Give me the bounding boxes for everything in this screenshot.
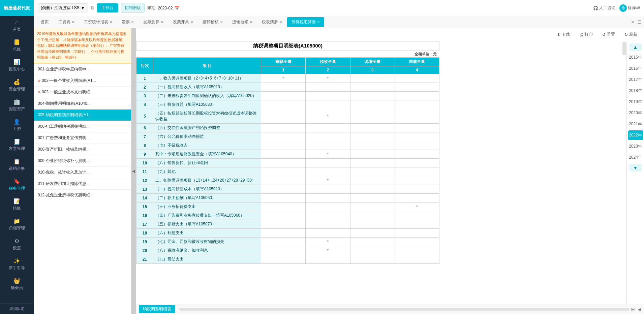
cell-c4[interactable] bbox=[395, 109, 439, 124]
tab-payroll-close[interactable]: ✕ bbox=[72, 20, 74, 24]
year-2021[interactable]: 2021年 bbox=[628, 119, 643, 129]
cell-c3[interactable] bbox=[350, 109, 395, 124]
service-button[interactable]: 🎧 人工咨询 bbox=[593, 5, 615, 11]
cell-c2[interactable]: * bbox=[306, 246, 350, 255]
tab-payroll-stats[interactable]: 工资统计报表 ✕ bbox=[80, 17, 117, 27]
year-2017[interactable]: 2017年 bbox=[628, 75, 643, 85]
cell-c3[interactable] bbox=[350, 124, 395, 132]
grid-icon[interactable]: ⊞ bbox=[631, 307, 635, 312]
tab-check[interactable]: 进销稽核 ✕ bbox=[198, 17, 227, 27]
cell-c1[interactable] bbox=[261, 83, 306, 92]
tab-ledger-close[interactable]: ✕ bbox=[250, 20, 252, 24]
print-button[interactable]: 🖨 打印 bbox=[577, 30, 595, 39]
refresh-button[interactable]: ↻ 刷新 bbox=[622, 30, 640, 39]
menu-icon[interactable]: ☰ bbox=[637, 20, 641, 25]
cell-c3[interactable] bbox=[350, 220, 395, 229]
cell-c4[interactable] bbox=[395, 124, 439, 132]
tab-payroll-stats-close[interactable]: ✕ bbox=[110, 20, 112, 24]
cell-item[interactable]: （七）罚金、罚款和被没收财物的损失 bbox=[153, 238, 261, 246]
cell-c1[interactable] bbox=[261, 220, 306, 229]
cell-c4[interactable] bbox=[395, 74, 439, 83]
cell-c3[interactable] bbox=[350, 238, 395, 246]
cell-c3[interactable] bbox=[350, 141, 395, 150]
sidebar-item-settings[interactable]: ⚙ 设置 bbox=[0, 234, 34, 254]
cell-c1[interactable] bbox=[261, 92, 306, 100]
tab-tax-list[interactable]: 税表清册 ✕ bbox=[257, 17, 286, 27]
cell-c2[interactable]: * bbox=[306, 150, 350, 159]
sidebar-item-invoice[interactable]: 🧾 发票管理 bbox=[0, 135, 34, 155]
cell-c3[interactable] bbox=[350, 92, 395, 100]
cell-c3[interactable] bbox=[350, 150, 395, 159]
year-2020[interactable]: 2020年 bbox=[628, 108, 643, 118]
cell-c4[interactable] bbox=[395, 92, 439, 100]
cell-c2[interactable] bbox=[306, 100, 350, 109]
cell-c1[interactable] bbox=[261, 202, 306, 211]
cell-c3[interactable] bbox=[350, 211, 395, 220]
year-scroll-up[interactable]: ▲ bbox=[630, 43, 642, 51]
cell-c4[interactable] bbox=[395, 176, 439, 185]
menu-item-012[interactable]: 012-减免企业所得税优惠明细... bbox=[34, 190, 131, 201]
tab-payroll[interactable]: 工资表 ✕ bbox=[54, 17, 79, 27]
cell-c2[interactable] bbox=[306, 124, 350, 132]
menu-item-005[interactable]: 005-纳税调整项目明细表(A1... bbox=[34, 109, 131, 121]
sidebar-item-member[interactable]: 👑 畅会员 bbox=[0, 274, 34, 294]
year-2016[interactable]: 2016年 bbox=[628, 64, 643, 73]
year-2022[interactable]: 2022年 bbox=[628, 130, 643, 140]
year-2019[interactable]: 2019年 bbox=[628, 97, 643, 107]
cell-item[interactable]: （一）视同销售成本（填写A105010） bbox=[153, 185, 261, 194]
cell-c1[interactable] bbox=[261, 211, 306, 220]
cell-item[interactable]: （八）销售折扣、折让和退回 bbox=[153, 159, 261, 167]
cell-c2[interactable]: * bbox=[306, 238, 350, 246]
cell-c3[interactable] bbox=[350, 202, 395, 211]
year-2024[interactable]: 2024年 bbox=[628, 153, 643, 162]
cell-c4[interactable] bbox=[395, 211, 439, 220]
cell-c3[interactable] bbox=[350, 100, 395, 109]
sidebar-item-archive[interactable]: 📁 归档管理 bbox=[0, 215, 34, 234]
cell-c3[interactable] bbox=[350, 185, 395, 194]
cell-item[interactable]: （六）公允价值变动净损益 bbox=[153, 132, 261, 141]
cell-c4[interactable] bbox=[395, 246, 439, 255]
menu-item-010[interactable]: 010-免税、减计收入及加计... bbox=[34, 167, 131, 178]
sidebar-item-tax[interactable]: 🔖 税务管理 bbox=[0, 175, 34, 195]
cell-c4[interactable] bbox=[395, 141, 439, 150]
cell-c1[interactable] bbox=[261, 176, 306, 185]
cell-c1[interactable] bbox=[261, 159, 306, 167]
cell-c1[interactable] bbox=[261, 255, 306, 264]
cell-c1[interactable] bbox=[261, 185, 306, 194]
company-selector[interactable]: (勿删）江西股室-LSS ▼ bbox=[38, 3, 88, 12]
tab-income-tax[interactable]: 所得税汇算缴 ✕ bbox=[287, 17, 324, 27]
cell-c2[interactable] bbox=[306, 220, 350, 229]
download-button[interactable]: ⬇ 下载 bbox=[554, 30, 573, 39]
workbench-button[interactable]: 工作台 bbox=[97, 3, 118, 12]
tab-invoice-open-close[interactable]: ✕ bbox=[190, 20, 193, 24]
scroll-left-icon[interactable]: ◀ bbox=[638, 307, 641, 312]
cell-c2[interactable] bbox=[306, 229, 350, 238]
menu-item-007[interactable]: 007-广告费和业务宣传费明... bbox=[34, 132, 131, 144]
cell-c4[interactable] bbox=[395, 229, 439, 238]
cell-c2[interactable] bbox=[306, 194, 350, 202]
cell-c4[interactable] bbox=[395, 150, 439, 159]
cell-c4[interactable] bbox=[395, 159, 439, 167]
collapse-panel-button[interactable]: ◀ bbox=[131, 28, 136, 314]
year-scroll-down[interactable]: ▼ bbox=[630, 164, 642, 171]
cell-c1[interactable] bbox=[261, 124, 306, 132]
sidebar-item-assets[interactable]: 🏢 固定资产 bbox=[0, 95, 34, 115]
horizontal-scrollbar[interactable] bbox=[179, 308, 630, 311]
tab-invoice[interactable]: 发票 ✕ bbox=[117, 17, 138, 27]
cell-c3[interactable] bbox=[350, 83, 395, 92]
cell-c2[interactable] bbox=[306, 132, 350, 141]
cell-c2[interactable]: * bbox=[306, 109, 350, 124]
cell-c1[interactable] bbox=[261, 109, 306, 124]
old-version-button[interactable]: 切到旧版 bbox=[121, 3, 145, 13]
cell-c4[interactable] bbox=[395, 194, 439, 202]
sidebar-item-reports[interactable]: 📊 报表中心 bbox=[0, 56, 34, 75]
cell-c1[interactable] bbox=[261, 246, 306, 255]
cell-c3[interactable] bbox=[350, 229, 395, 238]
menu-item-001[interactable]: 001-企业所得税年度纳税申... bbox=[34, 64, 131, 75]
menu-item-006[interactable]: 006-职工薪酬纳税调整明细... bbox=[34, 121, 131, 132]
sidebar-item-payroll[interactable]: 👤 工资 bbox=[0, 115, 34, 135]
cell-item[interactable]: （八）税收滞纳金、加收利息 bbox=[153, 246, 261, 255]
unpin-button[interactable]: 取消固定 bbox=[0, 303, 34, 314]
sidebar-item-ledger[interactable]: 📒 总账 bbox=[0, 36, 34, 56]
cell-c2[interactable] bbox=[306, 159, 350, 167]
